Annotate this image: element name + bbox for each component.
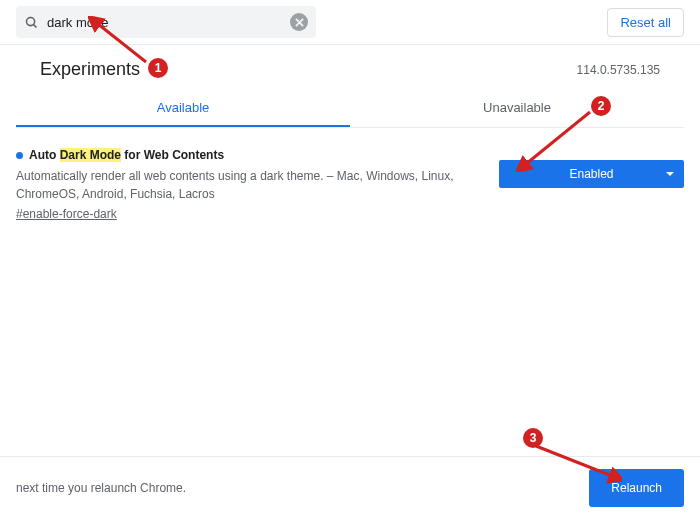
search-icon [24,15,39,30]
version-label: 114.0.5735.135 [577,63,660,77]
content-area: Auto Dark Mode for Web Contents Automati… [0,128,700,224]
tab-unavailable[interactable]: Unavailable [350,90,684,127]
tabs: Available Unavailable [16,90,684,128]
close-icon [295,18,304,27]
footer-text: next time you relaunch Chrome. [16,481,186,495]
flag-title-post: for Web Contents [121,148,224,162]
flag-description: Automatically render all web contents us… [16,167,467,203]
search-box[interactable] [16,6,316,38]
chevron-down-icon [666,172,674,176]
header-row: Experiments 114.0.5735.135 [0,45,700,84]
reset-all-button[interactable]: Reset all [607,8,684,37]
page-title: Experiments [40,59,140,80]
search-input[interactable] [47,15,282,30]
flag-title-pre: Auto [29,148,60,162]
flag-row: Auto Dark Mode for Web Contents Automati… [16,146,684,224]
top-bar: Reset all [0,0,700,45]
flag-state-value: Enabled [569,167,613,181]
flag-title-highlight: Dark Mode [60,148,121,162]
relaunch-button[interactable]: Relaunch [589,469,684,507]
tab-available[interactable]: Available [16,90,350,127]
flag-hash-link[interactable]: #enable-force-dark [16,205,117,223]
annotation-step-1: 1 [148,58,168,78]
changed-flag-dot-icon [16,152,23,159]
flag-title: Auto Dark Mode for Web Contents [29,146,224,164]
footer-bar: next time you relaunch Chrome. Relaunch [0,456,700,519]
annotation-step-2: 2 [591,96,611,116]
flag-title-line: Auto Dark Mode for Web Contents [16,146,467,164]
flag-text: Auto Dark Mode for Web Contents Automati… [16,146,467,224]
flag-state-dropdown[interactable]: Enabled [499,160,684,188]
clear-search-button[interactable] [290,13,308,31]
svg-line-1 [34,24,37,27]
annotation-step-3: 3 [523,428,543,448]
svg-point-0 [27,17,35,25]
flag-dropdown-wrap: Enabled [499,146,684,188]
